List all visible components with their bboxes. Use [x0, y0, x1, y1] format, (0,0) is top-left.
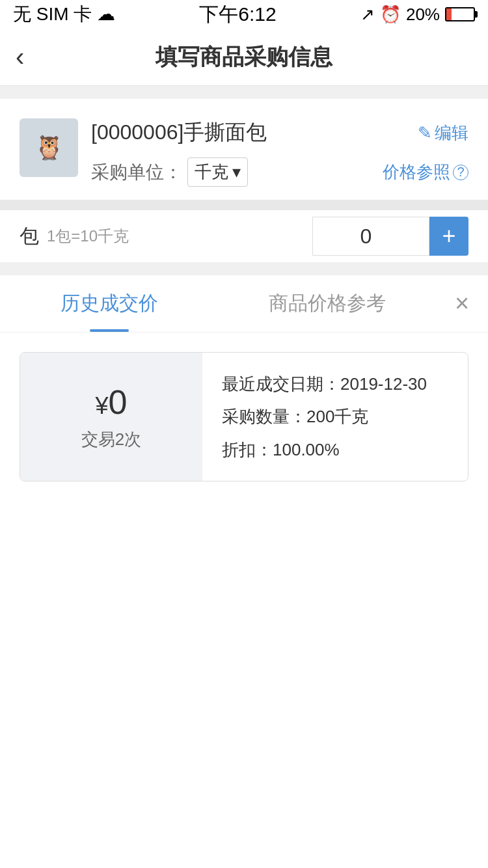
status-left: 无 SIM 卡 ☁	[13, 2, 115, 27]
price-reference-button[interactable]: 价格参照 ?	[383, 161, 468, 183]
discount-row: 折扣：100.00%	[222, 438, 448, 461]
location-icon: ↗	[360, 5, 375, 25]
unit-label: 采购单位：	[91, 160, 182, 185]
battery-fill	[446, 8, 452, 20]
discount-value: 100.00%	[273, 440, 340, 459]
back-button[interactable]: ‹	[16, 42, 24, 72]
dropdown-icon: ▾	[232, 162, 241, 182]
quantity-input[interactable]	[312, 217, 429, 256]
product-header: 🦉 [0000006]手撕面包 ✎ 编辑 采购单位： 千克 ▾	[20, 118, 468, 187]
product-thumb-icon: 🦉	[34, 134, 64, 161]
product-thumbnail: 🦉	[20, 118, 78, 177]
history-price-section: ¥0 交易2次 最近成交日期：2019-12-30 采购数量：200千克 折扣：…	[0, 332, 488, 501]
edit-label: 编辑	[435, 122, 468, 144]
trade-count: 交易2次	[81, 428, 141, 451]
status-bar: 无 SIM 卡 ☁ 下午6:12 ↗ ⏰ 20%	[0, 0, 488, 29]
page-title: 填写商品采购信息	[156, 42, 332, 72]
product-unit-row: 采购单位： 千克 ▾ 价格参照 ?	[91, 157, 468, 187]
price-amount: ¥0	[96, 383, 128, 422]
status-right: ↗ ⏰ 20%	[360, 5, 475, 25]
unit-select[interactable]: 千克 ▾	[187, 157, 248, 187]
recent-date-row: 最近成交日期：2019-12-30	[222, 372, 448, 396]
recent-date-label: 最近成交日期：	[222, 374, 340, 394]
product-name: [0000006]手撕面包	[91, 118, 267, 147]
clock-icon: ⏰	[380, 5, 401, 25]
product-info: [0000006]手撕面包 ✎ 编辑 采购单位： 千克 ▾ 价格参照 ?	[91, 118, 468, 187]
currency-symbol: ¥	[96, 392, 109, 419]
status-time: 下午6:12	[199, 1, 276, 28]
section-divider	[0, 200, 488, 210]
tab-price-ref-label: 商品价格参考	[269, 290, 386, 317]
tab-history-price[interactable]: 历史成交价	[0, 275, 218, 332]
unit-conversion: 1包=10千克	[47, 226, 129, 247]
product-title-row: [0000006]手撕面包 ✎ 编辑	[91, 118, 468, 147]
tab-strip: 历史成交价 商品价格参考 ×	[0, 275, 488, 332]
signal-text: 无 SIM 卡 ☁	[13, 2, 115, 27]
nav-bar: ‹ 填写商品采购信息	[0, 29, 488, 86]
discount-label: 折扣：	[222, 440, 273, 459]
tab-product-price-ref[interactable]: 商品价格参考	[218, 275, 436, 332]
unit-badge: 包	[20, 223, 39, 250]
qty-label: 采购数量：	[222, 407, 306, 426]
tab-close-button[interactable]: ×	[436, 275, 488, 332]
battery-icon	[445, 7, 475, 21]
price-value: 0	[109, 383, 128, 421]
quantity-plus-button[interactable]: +	[429, 217, 468, 256]
price-ref-label: 价格参照	[383, 161, 450, 183]
quantity-control: +	[312, 217, 468, 256]
footer-space	[0, 501, 488, 868]
info-icon: ?	[453, 165, 468, 180]
edit-button[interactable]: ✎ 编辑	[418, 122, 468, 144]
product-card: 🦉 [0000006]手撕面包 ✎ 编辑 采购单位： 千克 ▾	[0, 99, 488, 200]
recent-date-value: 2019-12-30	[340, 374, 427, 394]
tab-underline	[90, 329, 129, 332]
price-card-left: ¥0 交易2次	[20, 353, 202, 481]
edit-icon: ✎	[418, 123, 432, 143]
quantity-row: 包 1包=10千克 +	[0, 210, 488, 262]
unit-value: 千克	[195, 161, 228, 183]
price-card: ¥0 交易2次 最近成交日期：2019-12-30 采购数量：200千克 折扣：…	[20, 352, 468, 481]
quantity-unit-info: 包 1包=10千克	[20, 223, 129, 250]
quantity-row-detail: 采购数量：200千克	[222, 405, 448, 428]
tab-history-label: 历史成交价	[61, 290, 158, 317]
price-card-right: 最近成交日期：2019-12-30 采购数量：200千克 折扣：100.00%	[202, 353, 468, 481]
qty-value: 200千克	[306, 407, 368, 426]
battery-percent: 20%	[406, 5, 440, 25]
